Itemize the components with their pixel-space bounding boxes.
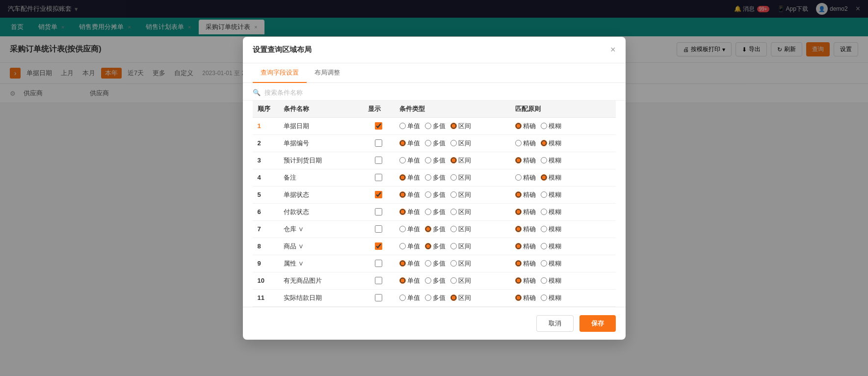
display-checkbox[interactable] xyxy=(375,157,382,164)
table-row: 7仓库 ∨单值多值区间精确模糊 xyxy=(253,220,616,238)
display-checkbox[interactable] xyxy=(375,208,382,215)
display-checkbox[interactable] xyxy=(375,242,382,250)
match-option-模糊[interactable]: 模糊 xyxy=(541,122,561,131)
modal-close-button[interactable]: × xyxy=(610,45,616,55)
type-option-区间[interactable]: 区间 xyxy=(450,242,471,251)
type-option-单值[interactable]: 单值 xyxy=(399,259,420,268)
match-option-精确[interactable]: 精确 xyxy=(515,156,536,165)
row-condition-name: 单据编号 xyxy=(279,134,363,152)
type-option-区间[interactable]: 区间 xyxy=(450,139,471,148)
match-option-模糊[interactable]: 模糊 xyxy=(541,276,561,285)
col-header-display: 显示 xyxy=(363,101,395,118)
type-option-区间[interactable]: 区间 xyxy=(450,190,471,199)
row-condition-name: 商品 ∨ xyxy=(279,238,363,255)
match-option-精确[interactable]: 精确 xyxy=(515,122,536,131)
row-order: 7 xyxy=(253,220,279,238)
type-option-区间[interactable]: 区间 xyxy=(450,208,471,216)
match-option-模糊[interactable]: 模糊 xyxy=(541,294,561,302)
row-display-cell xyxy=(363,117,395,134)
table-row: 8商品 ∨单值多值区间精确模糊 xyxy=(253,238,616,255)
row-display-cell xyxy=(363,169,395,186)
row-type-cell: 单值多值区间 xyxy=(395,238,510,255)
modal-footer: 取消 保存 xyxy=(243,307,626,340)
type-option-多值[interactable]: 多值 xyxy=(425,276,446,285)
display-checkbox[interactable] xyxy=(375,225,382,233)
type-option-单值[interactable]: 单值 xyxy=(399,225,420,234)
match-option-精确[interactable]: 精确 xyxy=(515,208,536,216)
type-option-单值[interactable]: 单值 xyxy=(399,156,420,165)
row-order: 9 xyxy=(253,255,279,272)
match-option-模糊[interactable]: 模糊 xyxy=(541,173,561,182)
type-option-多值[interactable]: 多值 xyxy=(425,294,446,302)
display-checkbox[interactable] xyxy=(375,122,382,130)
type-option-多值[interactable]: 多值 xyxy=(425,208,446,216)
type-option-区间[interactable]: 区间 xyxy=(450,276,471,285)
modal-tab-layout[interactable]: 布局调整 xyxy=(307,63,348,83)
type-option-多值[interactable]: 多值 xyxy=(425,156,446,165)
row-match-cell: 精确模糊 xyxy=(510,289,616,306)
type-option-多值[interactable]: 多值 xyxy=(425,225,446,234)
match-option-精确[interactable]: 精确 xyxy=(515,225,536,234)
match-option-精确[interactable]: 精确 xyxy=(515,276,536,285)
type-option-区间[interactable]: 区间 xyxy=(450,225,471,234)
display-checkbox[interactable] xyxy=(375,174,382,181)
match-option-模糊[interactable]: 模糊 xyxy=(541,139,561,148)
row-type-cell: 单值多值区间 xyxy=(395,220,510,238)
type-option-单值[interactable]: 单值 xyxy=(399,208,420,216)
row-condition-name: 单据日期 xyxy=(279,117,363,134)
match-option-模糊[interactable]: 模糊 xyxy=(541,259,561,268)
match-option-精确[interactable]: 精确 xyxy=(515,139,536,148)
type-option-多值[interactable]: 多值 xyxy=(425,190,446,199)
type-option-单值[interactable]: 单值 xyxy=(399,173,420,182)
match-option-精确[interactable]: 精确 xyxy=(515,173,536,182)
match-option-模糊[interactable]: 模糊 xyxy=(541,242,561,251)
row-display-cell xyxy=(363,238,395,255)
type-option-单值[interactable]: 单值 xyxy=(399,122,420,131)
type-option-多值[interactable]: 多值 xyxy=(425,259,446,268)
type-option-单值[interactable]: 单值 xyxy=(399,294,420,302)
row-order: 1 xyxy=(253,117,279,134)
display-checkbox[interactable] xyxy=(375,277,382,284)
type-option-单值[interactable]: 单值 xyxy=(399,276,420,285)
type-option-多值[interactable]: 多值 xyxy=(425,139,446,148)
type-option-单值[interactable]: 单值 xyxy=(399,139,420,148)
row-match-cell: 精确模糊 xyxy=(510,255,616,272)
row-type-cell: 单值多值区间 xyxy=(395,186,510,203)
display-checkbox[interactable] xyxy=(375,139,382,147)
row-display-cell xyxy=(363,220,395,238)
save-button[interactable]: 保存 xyxy=(579,315,616,332)
row-match-cell: 精确模糊 xyxy=(510,220,616,238)
col-header-match: 匹配原则 xyxy=(510,101,616,118)
row-match-cell: 精确模糊 xyxy=(510,117,616,134)
display-checkbox[interactable] xyxy=(375,260,382,267)
cancel-button[interactable]: 取消 xyxy=(536,315,574,332)
type-option-多值[interactable]: 多值 xyxy=(425,173,446,182)
match-option-模糊[interactable]: 模糊 xyxy=(541,208,561,216)
match-option-模糊[interactable]: 模糊 xyxy=(541,190,561,199)
type-option-区间[interactable]: 区间 xyxy=(450,156,471,165)
match-option-模糊[interactable]: 模糊 xyxy=(541,156,561,165)
type-option-区间[interactable]: 区间 xyxy=(450,294,471,302)
match-option-模糊[interactable]: 模糊 xyxy=(541,225,561,234)
type-option-多值[interactable]: 多值 xyxy=(425,242,446,251)
col-header-type: 条件类型 xyxy=(395,101,510,118)
type-option-多值[interactable]: 多值 xyxy=(425,122,446,131)
row-condition-name: 备注 xyxy=(279,169,363,186)
row-condition-name: 付款状态 xyxy=(279,203,363,220)
type-option-区间[interactable]: 区间 xyxy=(450,259,471,268)
modal-tab-query-fields[interactable]: 查询字段设置 xyxy=(253,63,307,83)
type-option-单值[interactable]: 单值 xyxy=(399,190,420,199)
search-input[interactable] xyxy=(264,89,363,96)
display-checkbox[interactable] xyxy=(375,294,382,301)
match-option-精确[interactable]: 精确 xyxy=(515,259,536,268)
match-option-精确[interactable]: 精确 xyxy=(515,190,536,199)
table-row: 9属性 ∨单值多值区间精确模糊 xyxy=(253,255,616,272)
type-option-区间[interactable]: 区间 xyxy=(450,122,471,131)
table-row: 4备注单值多值区间精确模糊 xyxy=(253,169,616,186)
type-option-区间[interactable]: 区间 xyxy=(450,173,471,182)
match-option-精确[interactable]: 精确 xyxy=(515,294,536,302)
modal-table-wrap: 顺序 条件名称 显示 条件类型 匹配原则 1单据日期单值多值区间精确模糊2单据编… xyxy=(243,101,626,307)
match-option-精确[interactable]: 精确 xyxy=(515,242,536,251)
type-option-单值[interactable]: 单值 xyxy=(399,242,420,251)
display-checkbox[interactable] xyxy=(375,191,382,198)
